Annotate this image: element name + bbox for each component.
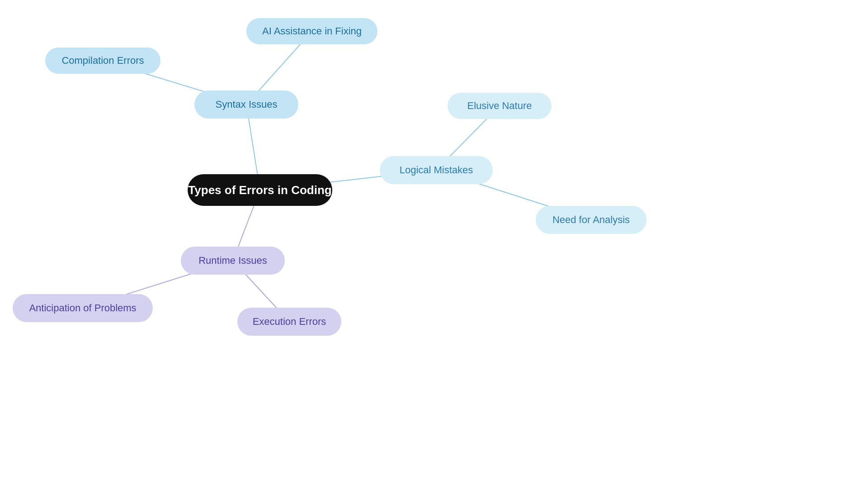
ai-assistance-label: AI Assistance in Fixing <box>262 25 362 37</box>
anticipation-label: Anticipation of Problems <box>29 302 136 314</box>
ai-assistance-node: AI Assistance in Fixing <box>246 18 377 44</box>
syntax-issues-label: Syntax Issues <box>216 99 278 110</box>
syntax-issues-node: Syntax Issues <box>194 90 298 119</box>
runtime-issues-label: Runtime Issues <box>198 255 267 266</box>
logical-mistakes-node: Logical Mistakes <box>380 156 493 184</box>
execution-errors-label: Execution Errors <box>253 316 326 328</box>
compilation-errors-label: Compilation Errors <box>61 55 144 67</box>
center-label: Types of Errors in Coding <box>188 183 331 197</box>
need-for-analysis-label: Need for Analysis <box>552 214 630 226</box>
logical-mistakes-label: Logical Mistakes <box>400 164 473 176</box>
elusive-nature-node: Elusive Nature <box>448 93 552 119</box>
runtime-issues-node: Runtime Issues <box>181 247 285 275</box>
elusive-nature-label: Elusive Nature <box>467 100 532 112</box>
need-for-analysis-node: Need for Analysis <box>536 206 646 234</box>
center-node: Types of Errors in Coding <box>188 174 332 206</box>
execution-errors-node: Execution Errors <box>237 308 341 336</box>
compilation-errors-node: Compilation Errors <box>45 48 160 74</box>
anticipation-node: Anticipation of Problems <box>13 294 153 322</box>
